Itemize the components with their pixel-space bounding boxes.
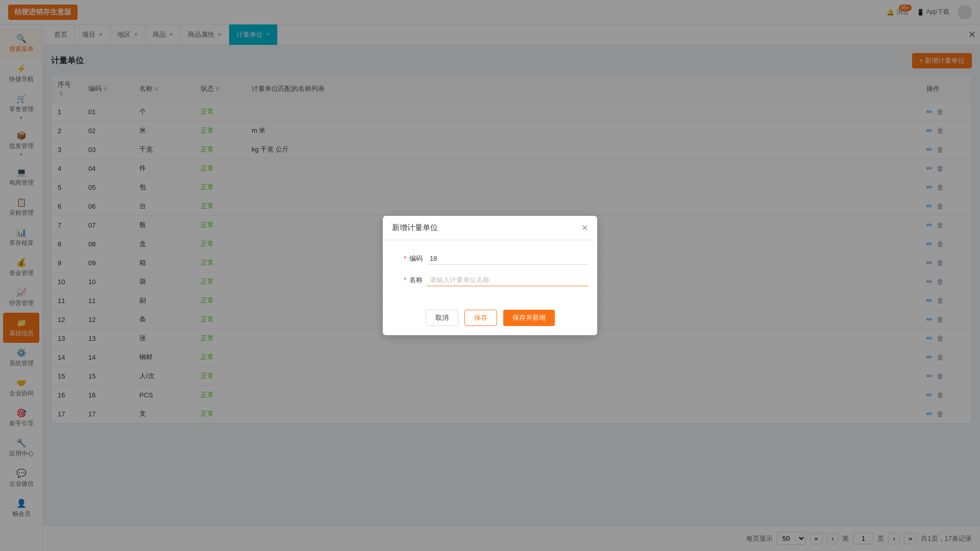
modal-body: * 编码 * 名称 — [383, 240, 597, 304]
name-input[interactable] — [427, 274, 588, 286]
save-and-new-button[interactable]: 保存并新增 — [503, 310, 555, 326]
modal-footer: 取消 保存 保存并新增 — [383, 304, 597, 335]
add-unit-modal: 新增计量单位 ✕ * 编码 * 名称 取消 保存 保存并新增 — [383, 216, 597, 335]
code-input[interactable] — [427, 253, 588, 265]
cancel-button[interactable]: 取消 — [426, 310, 458, 326]
name-label-text: 名称 — [409, 276, 423, 284]
modal-overlay: 新增计量单位 ✕ * 编码 * 名称 取消 保存 保存并新增 — [0, 0, 980, 551]
code-label-text: 编码 — [409, 255, 423, 262]
modal-close-btn[interactable]: ✕ — [581, 223, 588, 233]
modal-title: 新增计量单位 — [392, 223, 438, 233]
form-row-code: * 编码 — [392, 253, 588, 265]
code-required-star: * — [404, 255, 406, 262]
save-button[interactable]: 保存 — [464, 310, 497, 326]
form-row-name: * 名称 — [392, 274, 588, 286]
modal-header: 新增计量单位 ✕ — [383, 216, 597, 240]
name-required-star: * — [404, 276, 406, 284]
code-label: * 编码 — [392, 254, 423, 263]
name-label: * 名称 — [392, 276, 423, 285]
